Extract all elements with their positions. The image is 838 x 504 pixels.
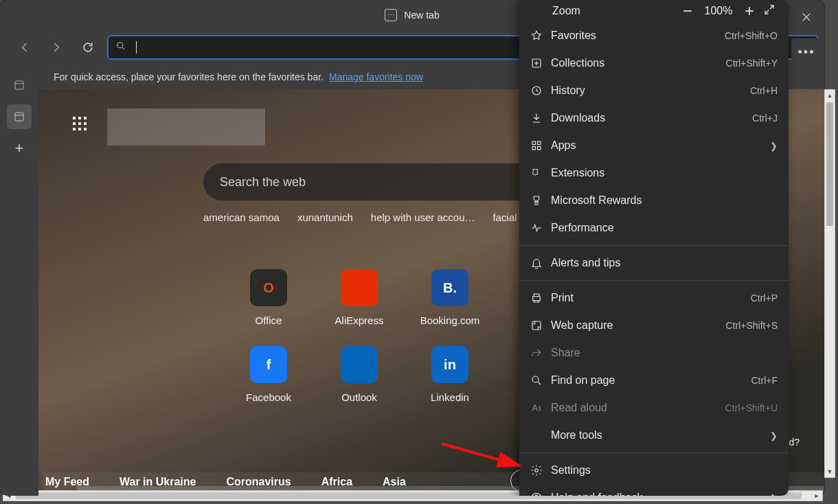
menu-separator [519, 453, 789, 453]
tab-actions-button[interactable] [7, 73, 32, 98]
print-icon [530, 292, 551, 304]
tile-icon: B. [431, 269, 468, 306]
cropped-page-text: d? [789, 437, 800, 448]
menu-item-label: History [551, 84, 750, 97]
menu-item-label: Alerts and tips [551, 257, 778, 269]
quick-link-tile[interactable]: OOffice [224, 269, 313, 346]
menu-item-favorites[interactable]: FavoritesCtrl+Shift+O [519, 22, 789, 49]
scroll-down-icon[interactable]: ▼ [825, 466, 835, 477]
tile-label: Office [256, 314, 282, 326]
tile-label: Booking.com [420, 314, 480, 326]
tile-icon [341, 346, 378, 383]
back-button[interactable] [12, 35, 37, 60]
help-icon [530, 492, 551, 496]
trending-searches: american samoa xunantunich help with use… [203, 211, 534, 223]
svg-point-11 [532, 376, 539, 382]
browser-window: ⋯ New tab ••• [0, 0, 824, 496]
svg-rect-5 [532, 141, 536, 145]
menu-item-more-tools[interactable]: More tools❯ [519, 422, 789, 449]
trending-item[interactable]: american samoa [203, 211, 280, 223]
svg-rect-9 [533, 297, 541, 301]
menu-shortcut: Ctrl+P [751, 293, 778, 303]
fullscreen-button[interactable] [760, 3, 779, 19]
menu-item-label: Find on page [551, 374, 751, 387]
quick-link-tile[interactable]: AliExpress [315, 269, 404, 346]
menu-item-settings[interactable]: Settings [519, 457, 789, 484]
svg-rect-8 [538, 147, 541, 150]
trophy-icon [530, 194, 551, 207]
zoom-out-button[interactable]: − [677, 1, 698, 21]
trending-item[interactable]: help with user accou… [371, 211, 475, 223]
zoom-value: 100% [698, 5, 739, 17]
scroll-thumb[interactable] [826, 102, 833, 226]
menu-item-apps[interactable]: Apps❯ [519, 132, 789, 159]
read-icon [530, 402, 551, 414]
refresh-button[interactable] [76, 35, 100, 60]
puzzle-icon [530, 167, 551, 179]
menu-item-label: Extensions [551, 167, 778, 179]
greeting-placeholder [107, 108, 265, 146]
menu-item-web-capture[interactable]: Web captureCtrl+Shift+S [519, 312, 789, 339]
svg-point-0 [117, 43, 123, 48]
tab-label[interactable]: New tab [404, 10, 439, 21]
scroll-right-icon[interactable]: ► [811, 491, 822, 501]
quick-link-tile[interactable]: B.Booking.com [405, 269, 495, 346]
tile-icon: in [431, 346, 468, 383]
trending-item[interactable]: xunantunich [297, 211, 353, 223]
app-launcher-icon[interactable] [73, 117, 93, 137]
outer-vertical-scrollbar[interactable]: ▲ ▼ [824, 89, 835, 478]
menu-item-label: Performance [551, 222, 778, 234]
chevron-right-icon: ❯ [770, 431, 778, 441]
new-tab-button[interactable]: + [7, 136, 32, 161]
current-tab-button[interactable] [7, 104, 32, 129]
menu-item-downloads[interactable]: DownloadsCtrl+J [519, 104, 789, 132]
menu-item-read-aloud: Read aloudCtrl+Shift+U [519, 394, 789, 422]
quick-link-tile[interactable]: Outlook [315, 346, 404, 423]
menu-item-print[interactable]: PrintCtrl+P [519, 284, 789, 312]
search-icon [115, 41, 126, 54]
menu-item-label: Settings [551, 464, 778, 477]
menu-item-collections[interactable]: CollectionsCtrl+Shift+Y [519, 49, 789, 77]
tile-icon: O [250, 269, 287, 306]
menu-item-alerts-and-tips[interactable]: Alerts and tips [519, 249, 789, 277]
manage-favorites-link[interactable]: Manage favorites now [329, 71, 423, 82]
tile-icon: f [250, 346, 287, 383]
quick-link-tile[interactable]: fFacebook [224, 346, 313, 423]
quick-link-tile[interactable]: inLinkedin [405, 346, 495, 423]
apps-icon [530, 139, 551, 152]
menu-separator [519, 245, 789, 246]
vertical-tab-rail: + [0, 66, 38, 496]
menu-item-label: Collections [551, 57, 726, 69]
collect-icon [530, 57, 551, 69]
settings-and-more-menu: Zoom − 100% + FavoritesCtrl+Shift+OColle… [519, 0, 789, 496]
menu-item-extensions[interactable]: Extensions [519, 159, 789, 187]
forward-button[interactable] [44, 35, 69, 60]
menu-shortcut: Ctrl+Shift+U [725, 402, 778, 413]
tile-label: Linkedin [431, 391, 469, 403]
menu-item-label: Print [551, 292, 751, 304]
menu-item-help-and-feedback[interactable]: Help and feedback❯ [519, 484, 789, 496]
newtab-icon: ⋯ [385, 9, 397, 21]
menu-item-label: Read aloud [551, 402, 725, 414]
svg-rect-10 [532, 321, 541, 330]
menu-separator [519, 280, 789, 281]
menu-item-microsoft-rewards[interactable]: Microsoft Rewards [519, 187, 789, 214]
svg-rect-7 [532, 147, 536, 150]
menu-item-performance[interactable]: Performance [519, 214, 789, 242]
menu-item-history[interactable]: HistoryCtrl+H [519, 77, 789, 104]
svg-rect-2 [15, 113, 23, 121]
zoom-label: Zoom [552, 5, 580, 17]
outer-frame: ⋯ New tab ••• [0, 0, 838, 504]
window-close-button[interactable] [791, 7, 822, 27]
zoom-in-button[interactable]: + [739, 1, 760, 21]
tile-icon [341, 269, 378, 306]
scroll-up-icon[interactable]: ▲ [825, 90, 835, 101]
menu-item-find-on-page[interactable]: Find on pageCtrl+F [519, 367, 789, 394]
menu-shortcut: Ctrl+Shift+S [726, 320, 778, 331]
settings-and-more-button[interactable]: ••• [791, 38, 822, 66]
favorites-hint: For quick access, place your favorites h… [54, 71, 324, 82]
zoom-row: Zoom − 100% + [519, 0, 789, 22]
tile-label: Facebook [246, 391, 291, 403]
search-placeholder: Search the web [220, 175, 306, 190]
menu-shortcut: Ctrl+Shift+Y [726, 58, 778, 69]
